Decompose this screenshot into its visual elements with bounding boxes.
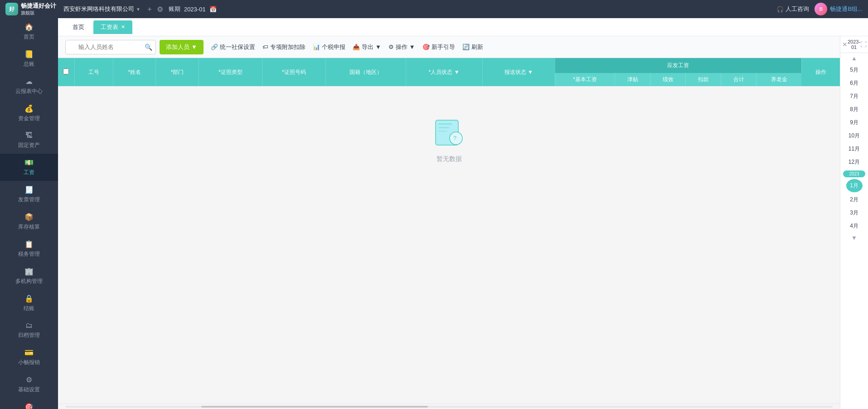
sidebar-item-fund[interactable]: 💰 资金管理 <box>0 100 58 127</box>
export-action[interactable]: 📤 导出 ▼ <box>353 43 381 51</box>
svg-rect-1 <box>438 123 452 125</box>
sidebar-label-tax: 税务管理 <box>18 250 40 258</box>
guide-icon: 🎯 <box>24 403 34 409</box>
panel-expand-icon[interactable]: ⛶ <box>860 41 867 48</box>
company-selector[interactable]: 西安虾米网络科技有限公司 ▼ <box>63 5 141 13</box>
service-button[interactable]: 🎧 人工咨询 <box>776 5 809 13</box>
refresh-icon: 🔄 <box>462 44 470 50</box>
user-menu[interactable]: B 畅捷通B组... <box>815 3 863 15</box>
scroll-track[interactable] <box>65 406 833 408</box>
sidebar-item-home[interactable]: 🏠 首页 <box>0 18 58 45</box>
panel-header: ✕ 2023-01 ⛶ <box>840 36 868 53</box>
select-all-checkbox[interactable] <box>63 68 69 74</box>
salary-icon: 💵 <box>24 158 34 167</box>
svg-rect-3 <box>438 131 447 132</box>
sidebar-item-multi-org[interactable]: 🏢 多机构管理 <box>0 263 58 290</box>
sidebar-label-inventory: 库存核算 <box>18 223 40 231</box>
topbar-actions: ＋ ⚙ <box>146 5 163 14</box>
sidebar-item-guide[interactable]: 🎯 新手引导 <box>0 398 58 409</box>
tab-salary-label: 工资表 <box>101 23 118 31</box>
new-guide-action[interactable]: 🎯 新手引导 <box>422 43 455 51</box>
search-wrapper: 🔍 <box>65 40 156 54</box>
sidebar-label-close: 结账 <box>24 305 34 312</box>
month-item-6[interactable]: 6月 <box>840 77 868 90</box>
sidebar-item-salary[interactable]: 💵 工资 <box>0 154 58 181</box>
settings-nav-icon: ⚙ <box>26 375 32 384</box>
report-filter-icon: ▼ <box>528 69 533 75</box>
th-job-num: 工号 <box>74 58 113 86</box>
month-item-4[interactable]: 4月 <box>840 219 868 233</box>
sidebar-item-archive[interactable]: 🗂 归档管理 <box>0 317 58 344</box>
th-salary-group: 应发工资 <box>555 58 801 73</box>
refresh-action[interactable]: 🔄 刷新 <box>462 43 483 51</box>
sidebar-item-close-period[interactable]: 🔒 结账 <box>0 290 58 317</box>
th-base-salary: *基本工资 <box>555 73 615 86</box>
sidebar-item-cloud-report[interactable]: ☁ 云报表中心 <box>0 73 58 100</box>
company-name: 西安虾米网络科技有限公司 <box>63 5 134 13</box>
export-chevron-icon: ▼ <box>375 44 381 50</box>
sidebar-item-tax[interactable]: 📋 税务管理 <box>0 235 58 263</box>
close-tab-icon[interactable]: ✕ <box>121 24 125 30</box>
th-country: 国籍（地区） <box>325 58 406 86</box>
month-item-7[interactable]: 7月 <box>840 90 868 103</box>
tax-icon: 📋 <box>24 240 34 248</box>
logo-line2: 旗舰版 <box>21 10 56 16</box>
period-label: 账期 <box>169 5 180 13</box>
svg-rect-2 <box>438 127 449 128</box>
toolbar-actions: 🔗 统一社保设置 🏷 专项附加扣除 📊 个税申报 <box>211 43 483 51</box>
operation-icon: ⚙ <box>388 44 394 50</box>
sidebar-label-multi: 多机构管理 <box>15 278 43 285</box>
sidebar-item-settings[interactable]: ⚙ 基础设置 <box>0 371 58 398</box>
tab-home-label: 首页 <box>73 24 84 30</box>
sidebar-label-home: 首页 <box>24 33 34 41</box>
th-report-status[interactable]: 报送状态 ▼ <box>482 58 555 86</box>
tab-home[interactable]: 首页 <box>65 20 92 34</box>
th-status[interactable]: *人员状态 ▼ <box>406 58 482 86</box>
month-item-11[interactable]: 11月 <box>840 142 868 156</box>
sidebar-label-settings: 基础设置 <box>18 386 40 394</box>
right-panel: ✕ 2023-01 ⛶ ▲ 5月 6月 7月 8月 9月 10月 11月 12月 <box>840 36 868 409</box>
panel-close-icon[interactable]: ✕ <box>842 41 848 48</box>
month-item-10[interactable]: 10月 <box>840 129 868 142</box>
archive-icon: 🗂 <box>25 321 33 330</box>
settings-icon[interactable]: ⚙ <box>157 5 163 14</box>
operation-action[interactable]: ⚙ 操作 ▼ <box>388 43 415 51</box>
calendar-icon[interactable]: 📅 <box>209 6 217 13</box>
add-company-icon[interactable]: ＋ <box>146 5 153 14</box>
scroll-thumb[interactable] <box>201 406 428 408</box>
special-deduction-icon: 🏷 <box>262 44 268 50</box>
month-item-8[interactable]: 8月 <box>840 103 868 116</box>
year-badge: 2023 <box>843 170 865 177</box>
th-id-type: *证照类型 <box>199 58 262 86</box>
home-icon: 🏠 <box>24 23 34 31</box>
scroll-up-button[interactable]: ▲ <box>840 53 868 63</box>
social-security-action[interactable]: 🔗 统一社保设置 <box>211 43 255 51</box>
sidebar-item-ledger[interactable]: 📒 总账 <box>0 45 58 73</box>
scroll-down-button[interactable]: ▼ <box>840 233 868 243</box>
sidebar-item-fixed-assets[interactable]: 🏗 固定资产 <box>0 127 58 154</box>
close-period-icon: 🔒 <box>24 294 34 303</box>
add-person-button[interactable]: 添加人员 ▼ <box>160 40 204 54</box>
export-icon: 📤 <box>353 44 360 50</box>
checkbox-header[interactable] <box>58 58 74 86</box>
tab-salary-table[interactable]: 工资表 ✕ <box>93 20 132 34</box>
period-info: 账期 2023-01 📅 <box>169 5 217 13</box>
sidebar-label-archive: 归档管理 <box>18 331 40 339</box>
operation-label: 操作 <box>396 43 407 51</box>
special-deduction-action[interactable]: 🏷 专项附加扣除 <box>262 43 305 51</box>
month-item-12[interactable]: 12月 <box>840 156 868 169</box>
month-item-5[interactable]: 5月 <box>840 63 868 77</box>
empty-icon: ? <box>431 113 467 150</box>
month-item-3[interactable]: 3月 <box>840 206 868 219</box>
search-input[interactable] <box>65 40 156 54</box>
month-item-2[interactable]: 2月 <box>840 193 868 206</box>
operation-chevron-icon: ▼ <box>409 44 415 50</box>
month-item-9[interactable]: 9月 <box>840 116 868 129</box>
sidebar-item-invoice[interactable]: 🧾 发票管理 <box>0 181 58 208</box>
month-item-1-active[interactable]: 1月 <box>846 179 863 192</box>
personal-tax-action[interactable]: 📊 个税申报 <box>313 43 345 51</box>
sidebar-item-expense[interactable]: 💳 小畅报销 <box>0 344 58 371</box>
company-chevron-icon: ▼ <box>136 7 141 12</box>
sidebar-item-inventory[interactable]: 📦 库存核算 <box>0 208 58 235</box>
refresh-label: 刷新 <box>471 43 483 51</box>
